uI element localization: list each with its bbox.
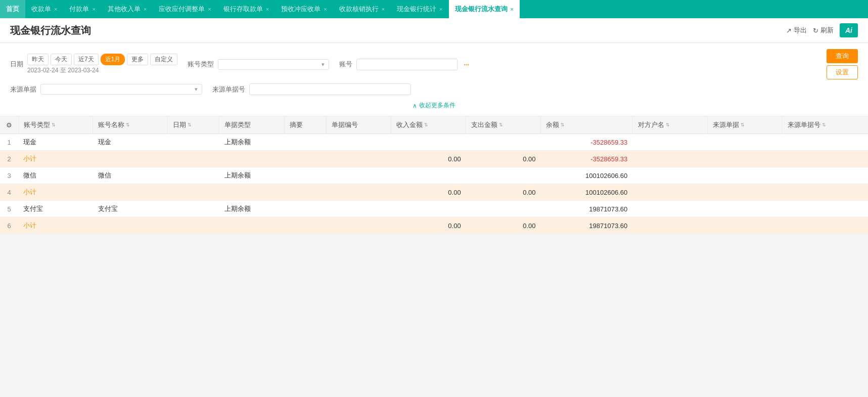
account-type-filter-group: 账号类型 ▾ <box>188 59 329 70</box>
date-today[interactable]: 今天 <box>51 54 72 65</box>
table-row[interactable]: 4小计0.000.00100102606.60 <box>0 184 868 201</box>
sort-date[interactable]: 日期 ⇅ <box>173 120 214 129</box>
date-buttons: 昨天 今天 近7天 近1月 更多 自定义 <box>27 54 177 65</box>
sort-counterpart[interactable]: 对方户名 ⇅ <box>638 120 702 129</box>
sort-icon: ⇅ <box>52 123 56 127</box>
table-row[interactable]: 1现金现金上期余额-3528659.33 <box>0 134 868 151</box>
settings-button[interactable]: 设置 <box>827 65 858 79</box>
column-summary: 摘要 <box>284 116 326 134</box>
source-doc-num-filter-group: 来源单据号 <box>212 83 411 95</box>
source-doc-label: 来源单据 <box>10 85 36 94</box>
action-buttons: 查询 设置 <box>827 49 858 79</box>
table-row[interactable]: 5支付宝支付宝上期余额19871073.60 <box>0 201 868 217</box>
column-doc-type: 单据类型 <box>219 116 285 134</box>
account-filter-group: 账号 ··· <box>339 59 471 70</box>
sort-icon: ⇅ <box>499 123 503 127</box>
sort-account-name[interactable]: 账号名称 ⇅ <box>98 120 162 129</box>
table-row[interactable]: 6小计0.000.0019871073.60 <box>0 217 868 234</box>
nav-tab-prepayment[interactable]: 预收冲应收单 × <box>275 0 333 18</box>
nav-tab-flow-query[interactable]: 现金银行流水查询 × <box>449 0 520 18</box>
column-source-doc: 来源单据 ⇅ <box>707 116 782 134</box>
nav-tab-other-income[interactable]: 其他收入单 × <box>102 0 153 18</box>
sort-source-doc-num[interactable]: 来源单据号 ⇅ <box>788 120 863 129</box>
account-input[interactable] <box>356 59 458 70</box>
source-doc-select[interactable]: ▾ <box>40 84 202 95</box>
source-doc-num-label: 来源单据号 <box>212 85 245 94</box>
sort-icon: ⇅ <box>741 123 745 127</box>
filter-row-1: 日期 昨天 今天 近7天 近1月 更多 自定义 2023-02-24 至 202… <box>10 49 858 79</box>
close-icon[interactable]: × <box>54 6 57 12</box>
date-options: 昨天 今天 近7天 近1月 更多 自定义 2023-02-24 至 2023-0… <box>27 54 177 75</box>
account-more-button[interactable]: ··· <box>462 61 471 68</box>
sort-icon: ⇅ <box>666 123 670 127</box>
page-header: 现金银行流水查询 ↗ 导出 ↻ 刷新 Ai <box>0 18 868 43</box>
nav-tab-adjustment[interactable]: 应收应付调整单 × <box>153 0 217 18</box>
source-doc-num-input[interactable] <box>249 83 411 95</box>
ai-button[interactable]: Ai <box>840 23 858 37</box>
data-table: ⚙ 账号类型 ⇅ 账号名称 ⇅ 日期 ⇅ <box>0 116 868 234</box>
column-gear[interactable]: ⚙ <box>0 116 18 134</box>
data-table-container: ⚙ 账号类型 ⇅ 账号名称 ⇅ 日期 ⇅ <box>0 116 868 234</box>
sort-icon: ⇅ <box>424 123 428 127</box>
table-header-row: ⚙ 账号类型 ⇅ 账号名称 ⇅ 日期 ⇅ <box>0 116 868 134</box>
column-date: 日期 ⇅ <box>168 116 219 134</box>
close-icon[interactable]: × <box>439 6 442 12</box>
source-doc-filter-group: 来源单据 ▾ <box>10 84 202 95</box>
date-more[interactable]: 更多 <box>127 54 148 65</box>
close-icon[interactable]: × <box>511 6 514 12</box>
header-actions: ↗ 导出 ↻ 刷新 Ai <box>786 23 858 37</box>
date-label: 日期 <box>10 60 23 69</box>
table-row[interactable]: 2小计0.000.00-3528659.33 <box>0 151 868 167</box>
nav-tab-receipt[interactable]: 收款单 × <box>25 0 63 18</box>
close-icon[interactable]: × <box>144 6 147 12</box>
top-navigation: 首页 收款单 × 付款单 × 其他收入单 × 应收应付调整单 × 银行存取款单 … <box>0 0 868 18</box>
page-title: 现金银行流水查询 <box>10 24 91 37</box>
account-type-label: 账号类型 <box>188 60 214 69</box>
column-doc-num: 单据编号 <box>326 116 391 134</box>
date-range-display: 2023-02-24 至 2023-03-24 <box>27 66 177 75</box>
column-expense: 支出金额 ⇅ <box>466 116 541 134</box>
sort-balance[interactable]: 余额 ⇅ <box>546 120 627 129</box>
table-body: 1现金现金上期余额-3528659.332小计0.000.00-3528659.… <box>0 134 868 234</box>
column-income: 收入金额 ⇅ <box>391 116 466 134</box>
column-source-doc-num: 来源单据号 ⇅ <box>782 116 868 134</box>
sort-icon: ⇅ <box>822 123 826 127</box>
nav-tab-verify[interactable]: 收款核销执行 × <box>333 0 391 18</box>
column-account-name: 账号名称 ⇅ <box>93 116 168 134</box>
chevron-down-icon: ▾ <box>195 86 198 93</box>
query-button[interactable]: 查询 <box>827 49 858 63</box>
date-custom[interactable]: 自定义 <box>150 54 177 65</box>
chevron-up-icon: ∧ <box>413 102 417 109</box>
collapse-bar[interactable]: ∧ 收起更多条件 <box>10 99 858 112</box>
close-icon[interactable]: × <box>324 6 327 12</box>
nav-home[interactable]: 首页 <box>0 0 25 18</box>
date-yesterday[interactable]: 昨天 <box>27 54 49 65</box>
column-account-type: 账号类型 ⇅ <box>18 116 93 134</box>
sort-source-doc[interactable]: 来源单据 ⇅ <box>713 120 777 129</box>
column-counterpart: 对方户名 ⇅ <box>632 116 707 134</box>
close-icon[interactable]: × <box>266 6 269 12</box>
close-icon[interactable]: × <box>208 6 211 12</box>
sort-account-type[interactable]: 账号类型 ⇅ <box>24 120 88 129</box>
sort-icon: ⇅ <box>126 123 130 127</box>
close-icon[interactable]: × <box>92 6 95 12</box>
filter-row-2: 来源单据 ▾ 来源单据号 <box>10 83 858 95</box>
nav-tab-payment[interactable]: 付款单 × <box>63 0 101 18</box>
refresh-button[interactable]: ↻ 刷新 <box>813 26 834 35</box>
export-icon: ↗ <box>786 27 792 34</box>
export-button[interactable]: ↗ 导出 <box>786 26 807 35</box>
filter-area: 日期 昨天 今天 近7天 近1月 更多 自定义 2023-02-24 至 202… <box>0 43 868 116</box>
column-balance: 余额 ⇅ <box>541 116 633 134</box>
sort-income[interactable]: 收入金额 ⇅ <box>396 120 461 129</box>
sort-icon: ⇅ <box>188 123 192 127</box>
date-7days[interactable]: 近7天 <box>74 54 99 65</box>
table-row[interactable]: 3微信微信上期余额100102606.60 <box>0 167 868 184</box>
date-1month[interactable]: 近1月 <box>101 54 125 65</box>
sort-expense[interactable]: 支出金额 ⇅ <box>471 120 535 129</box>
nav-tab-statistics[interactable]: 现金银行统计 × <box>391 0 448 18</box>
account-type-select[interactable]: ▾ <box>218 59 329 70</box>
nav-tab-bank-deposit[interactable]: 银行存取款单 × <box>217 0 275 18</box>
sort-icon: ⇅ <box>561 123 565 127</box>
close-icon[interactable]: × <box>382 6 385 12</box>
sort-doc-type: 单据类型 <box>224 120 279 129</box>
